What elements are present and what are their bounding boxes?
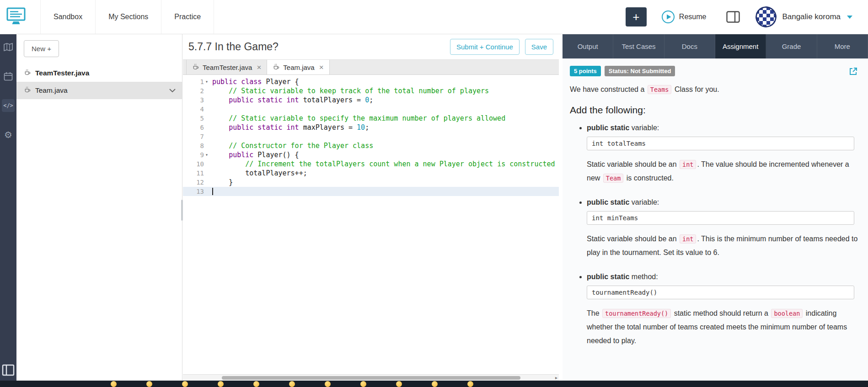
requirement-label: public static variable: [587, 198, 858, 207]
code-line[interactable]: 13 [183, 187, 559, 196]
emoji-icon[interactable] [111, 381, 117, 387]
emoji-icon[interactable] [289, 381, 295, 387]
scrollbar-arrow-icon[interactable]: ▸ [555, 375, 557, 381]
top-navbar: SandboxMy SectionsPractice + Resume [0, 0, 868, 34]
code-text: // Static variable to keep track of the … [209, 86, 559, 95]
line-number: 11 [183, 169, 204, 178]
scrollbar-thumb[interactable] [222, 376, 520, 380]
external-link-icon[interactable] [849, 67, 858, 76]
inline-code: boolean [771, 309, 803, 318]
code-line[interactable]: 4 [183, 105, 559, 114]
line-number: 6 [183, 123, 204, 132]
emoji-icon[interactable] [325, 381, 331, 387]
calendar-icon[interactable] [2, 70, 15, 83]
emoji-icon[interactable] [396, 381, 402, 387]
code-line[interactable]: 11 totalPlayers++; [183, 169, 559, 178]
line-number: 12 [183, 178, 204, 187]
code-line[interactable]: 1▾public class Player { [183, 77, 559, 86]
code-requirement-box: int minTeams [587, 211, 854, 225]
emoji-icon[interactable] [146, 381, 152, 387]
line-number: 5 [183, 114, 204, 123]
add-button[interactable]: + [626, 7, 647, 27]
file-sidebar: New + TeamTester.javaTeam.java [16, 34, 182, 381]
close-icon[interactable]: × [257, 64, 261, 71]
requirement-item: public static variable:int totalTeamsSta… [587, 124, 858, 186]
close-icon[interactable]: × [319, 64, 324, 71]
fold-marker-icon [204, 187, 209, 196]
window-icon[interactable] [726, 11, 740, 23]
new-file-button[interactable]: New + [24, 40, 59, 57]
code-line[interactable]: 7 [183, 132, 559, 141]
user-menu-caret-icon[interactable] [847, 16, 852, 19]
nav-link-my-sections[interactable]: My Sections [95, 0, 161, 34]
save-button[interactable]: Save [525, 39, 553, 55]
checkered-avatar-icon [755, 6, 777, 27]
emoji-icon[interactable] [182, 381, 188, 387]
resume-button[interactable]: Resume [661, 10, 707, 24]
panel-heading: Add the following: [570, 105, 858, 116]
file-row-teamtester-java[interactable]: TeamTester.java [16, 64, 182, 82]
code-line[interactable]: 9▾ public Player() { [183, 150, 559, 159]
java-file-icon [24, 86, 31, 95]
inline-code: Teams [648, 85, 672, 94]
code-editor[interactable]: 1▾public class Player {2 // Static varia… [183, 75, 559, 374]
fold-marker-icon[interactable]: ▾ [204, 150, 209, 159]
emoji-icon[interactable] [253, 381, 259, 387]
panel-tab-docs[interactable]: Docs [664, 34, 715, 58]
code-line[interactable]: 3 public static int totalPlayers = 0; [183, 95, 559, 105]
inline-code: int [680, 160, 696, 169]
text-cursor [212, 188, 213, 195]
code-text: // Static variable to specify the maximu… [209, 114, 559, 123]
requirement-description: Static variable should be an int. The va… [587, 158, 858, 186]
code-requirement-box: tournamentReady() [587, 286, 854, 299]
chevron-down-icon[interactable] [169, 89, 176, 92]
nav-link-practice[interactable]: Practice [161, 0, 214, 34]
code-icon[interactable]: </> [2, 99, 15, 112]
assignment-title: 5.7.7 In the Game? [188, 41, 450, 53]
inline-code: Team [603, 174, 624, 183]
requirement-type: public static [587, 124, 629, 132]
assignment-panel: OutputTest CasesDocsAssignmentGradeMore … [563, 34, 868, 381]
submit-continue-button[interactable]: Submit + Continue [450, 39, 520, 55]
horizontal-scrollbar[interactable]: ▸ [183, 374, 559, 381]
panel-tab-grade[interactable]: Grade [766, 34, 817, 58]
code-line[interactable]: 8 // Constructor for the Player class [183, 141, 559, 150]
nav-link-sandbox[interactable]: Sandbox [40, 0, 95, 34]
sidebar-resize-handle[interactable] [181, 200, 183, 221]
panel-tab-output[interactable]: Output [563, 34, 613, 58]
codehs-logo[interactable] [0, 0, 32, 34]
panel-tab-assignment[interactable]: Assignment [715, 34, 766, 58]
play-icon [661, 10, 675, 24]
line-number: 13 [183, 187, 204, 196]
java-file-icon [192, 63, 199, 72]
panel-tab-test-cases[interactable]: Test Cases [613, 34, 664, 58]
code-line[interactable]: 2 // Static variable to keep track of th… [183, 86, 559, 95]
emoji-icon[interactable] [467, 381, 473, 387]
emoji-icon[interactable] [432, 381, 438, 387]
code-line[interactable]: 10 // Increment the totalPlayers count w… [183, 159, 559, 169]
avatar[interactable] [755, 6, 777, 27]
requirement-description: Static variable should be an int. This i… [587, 232, 858, 260]
tab-teamtester-java[interactable]: TeamTester.java× [186, 60, 267, 74]
code-text: totalPlayers++; [209, 169, 559, 178]
tab-label: Team.java [283, 64, 314, 71]
fold-marker-icon [204, 178, 209, 187]
file-row-team-java[interactable]: Team.java [16, 82, 182, 99]
emoji-icon[interactable] [218, 381, 224, 387]
line-number: 9 [183, 150, 204, 159]
code-line[interactable]: 12 } [183, 178, 559, 187]
emoji-icon[interactable] [360, 381, 366, 387]
code-line[interactable]: 6 public static int maxPlayers = 10; [183, 123, 559, 132]
gear-icon[interactable]: ⚙ [2, 128, 15, 141]
fold-marker-icon [204, 86, 209, 95]
fold-marker-icon [204, 123, 209, 132]
layout-toggle-icon[interactable] [0, 364, 16, 376]
tab-team-java[interactable]: Team.java× [267, 60, 329, 74]
map-icon[interactable] [2, 41, 15, 53]
editor-header: 5.7.7 In the Game? Submit + Continue Sav… [183, 34, 559, 59]
requirement-label: public static method: [587, 273, 858, 281]
code-line[interactable]: 5 // Static variable to specify the maxi… [183, 114, 559, 123]
panel-tab-more[interactable]: More [817, 34, 868, 58]
fold-marker-icon[interactable]: ▾ [204, 77, 209, 86]
code-text: // Increment the totalPlayers count when… [209, 159, 559, 169]
